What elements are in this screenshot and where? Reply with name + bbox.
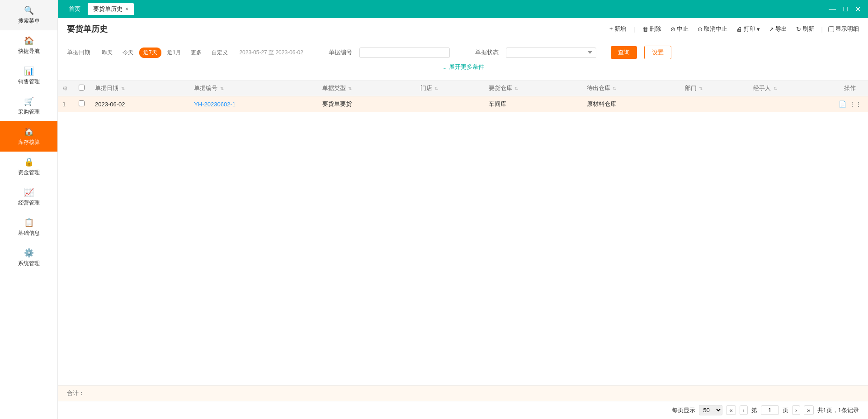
sidebar-item-purchase-mgmt[interactable]: 🛒 采购管理 — [0, 91, 57, 121]
sidebar-item-label: 系统管理 — [18, 260, 40, 267]
date-btn-custom[interactable]: 自定义 — [208, 48, 232, 58]
stop-icon: ⊘ — [670, 26, 675, 33]
doc-status-select[interactable] — [506, 48, 596, 58]
display-detail-btn[interactable]: 显示明细 — [828, 25, 859, 33]
total-label: 合计： — [67, 390, 85, 396]
row-checkbox[interactable] — [72, 96, 90, 112]
prev-page-btn[interactable]: ‹ — [740, 405, 748, 415]
col-handler: 经手人 ⇅ — [749, 81, 832, 96]
active-tab-label: 要货单历史 — [93, 5, 123, 13]
sidebar-item-quick-nav[interactable]: 🏠 快捷导航 — [0, 30, 57, 61]
divider-2: | — [821, 26, 823, 33]
row-ops: 📄 ⋮⋮ — [832, 96, 868, 112]
date-btn-more[interactable]: 更多 — [187, 48, 206, 58]
row-pending-warehouse: 原材料仓库 — [582, 96, 680, 112]
tab-close-icon[interactable]: × — [125, 6, 128, 12]
expand-more-label: 展开更多条件 — [449, 63, 484, 71]
sort-icon-pend-wh[interactable]: ⇅ — [613, 86, 616, 91]
date-btn-7days[interactable]: 近7天 — [139, 48, 161, 58]
date-btn-1month[interactable]: 近1月 — [163, 48, 185, 58]
first-page-btn[interactable]: « — [726, 405, 736, 415]
table-wrapper: ⚙ 单据日期 ⇅ 单据编号 ⇅ 单据类型 — [58, 81, 868, 385]
select-all-checkbox[interactable] — [79, 85, 85, 90]
sidebar-item-sales-mgmt[interactable]: 📊 销售管理 — [0, 61, 57, 91]
sidebar-item-basic-info[interactable]: 📋 基础信息 — [0, 212, 57, 243]
cancel-stop-btn[interactable]: ⊙ 取消中止 — [696, 24, 729, 34]
sort-icon-store[interactable]: ⇅ — [434, 86, 438, 91]
date-btn-yesterday[interactable]: 昨天 — [98, 48, 117, 58]
main-area: 首页 要货单历史 × — □ ✕ 要货单历史 + 新增 | 🗑 删除 ⊘ — [58, 0, 868, 419]
doc-no-link[interactable]: YH-20230602-1 — [194, 101, 236, 108]
doc-no-input[interactable] — [359, 48, 450, 58]
cancel-stop-icon: ⊙ — [698, 26, 703, 33]
row-department — [680, 96, 749, 112]
stop-btn[interactable]: ⊘ 中止 — [669, 24, 690, 34]
sidebar-item-inventory-calc[interactable]: 🏠 库存核算 — [0, 121, 57, 152]
sort-icon-docno[interactable]: ⇅ — [220, 86, 224, 91]
page-input[interactable] — [761, 405, 779, 415]
delete-btn[interactable]: 🗑 删除 — [641, 24, 663, 34]
table-footer: 合计： — [58, 385, 868, 401]
export-btn[interactable]: ↗ 导出 — [767, 24, 789, 34]
export-icon: ↗ — [769, 26, 774, 33]
doc-status-label: 单据状态 — [475, 48, 499, 57]
sort-icon-handler[interactable]: ⇅ — [774, 86, 777, 91]
row-doc-no[interactable]: YH-20230602-1 — [189, 96, 317, 112]
query-btn[interactable]: 查询 — [611, 46, 637, 59]
refresh-icon: ↻ — [796, 26, 801, 33]
sidebar-item-search-menu[interactable]: 🔍 搜索菜单 — [0, 0, 57, 30]
op-edit-icon[interactable]: ⋮⋮ — [849, 100, 862, 108]
maximize-btn[interactable]: □ — [841, 4, 849, 14]
settings-btn[interactable]: 设置 — [644, 46, 671, 59]
row-index: 1 — [58, 96, 72, 112]
minimize-btn[interactable]: — — [827, 4, 838, 14]
last-page-btn[interactable]: » — [804, 405, 813, 415]
col-req-warehouse: 要货仓库 ⇅ — [484, 81, 582, 96]
col-settings[interactable]: ⚙ — [58, 81, 72, 96]
expand-more-icon: ⌄ — [442, 64, 447, 71]
refresh-btn[interactable]: ↻ 刷新 — [794, 24, 816, 34]
page-size-select[interactable]: 50 100 200 — [699, 405, 722, 415]
sidebar-item-label: 经营管理 — [18, 199, 40, 207]
system-icon: ⚙️ — [24, 248, 34, 258]
sidebar-item-label: 搜索菜单 — [18, 17, 40, 25]
sidebar-item-finance-mgmt[interactable]: 🔒 资金管理 — [0, 152, 57, 182]
print-label: 打印 — [744, 25, 755, 33]
tab-active[interactable]: 要货单历史 × — [88, 3, 134, 15]
sort-icon-req-wh[interactable]: ⇅ — [514, 86, 518, 91]
sort-icon-dept[interactable]: ⇅ — [699, 86, 703, 91]
pagination: 每页显示 50 100 200 « ‹ 第 页 › » 共1页，1条记录 — [58, 401, 868, 419]
next-page-btn[interactable]: › — [792, 405, 800, 415]
row-doc-type: 要货单要货 — [318, 96, 416, 112]
row-select-checkbox[interactable] — [79, 100, 85, 106]
row-store — [416, 96, 484, 112]
close-btn[interactable]: ✕ — [853, 4, 863, 14]
filter-area: 单据日期 昨天 今天 近7天 近1月 更多 自定义 2023-05-27 至 2… — [58, 40, 868, 81]
purchase-icon: 🛒 — [24, 96, 34, 106]
total-info: 共1页，1条记录 — [817, 406, 859, 414]
sidebar-item-operation-mgmt[interactable]: 📈 经营管理 — [0, 182, 57, 212]
row-handler — [749, 96, 832, 112]
operation-icon: 📈 — [24, 187, 34, 197]
page-header: 要货单历史 + 新增 | 🗑 删除 ⊘ 中止 ⊙ 取消中止 🖨 — [58, 18, 868, 40]
col-checkbox[interactable] — [72, 81, 90, 96]
sidebar-item-system-mgmt[interactable]: ⚙️ 系统管理 — [0, 243, 57, 273]
date-filter-btns: 昨天 今天 近7天 近1月 更多 自定义 — [98, 48, 232, 58]
quick-nav-icon: 🏠 — [24, 36, 34, 46]
sort-icon-date[interactable]: ⇅ — [121, 86, 125, 91]
page-suffix: 页 — [783, 406, 788, 414]
sort-icon-doctype[interactable]: ⇅ — [348, 86, 352, 91]
expand-more-btn[interactable]: ⌄ 展开更多条件 — [442, 63, 484, 71]
row-req-warehouse: 车间库 — [484, 96, 582, 112]
date-btn-today[interactable]: 今天 — [118, 48, 137, 58]
topbar-right: — □ ✕ — [827, 4, 863, 14]
print-btn[interactable]: 🖨 打印 ▾ — [735, 24, 762, 34]
tab-home[interactable]: 首页 — [63, 3, 86, 15]
sidebar-item-label: 采购管理 — [18, 108, 40, 116]
new-btn[interactable]: + 新增 — [608, 24, 628, 34]
table-row: 1 2023-06-02 YH-20230602-1 要货单要货 车间库 原材料… — [58, 96, 868, 112]
filter-row-1: 单据日期 昨天 今天 近7天 近1月 更多 自定义 2023-05-27 至 2… — [67, 46, 859, 59]
op-view-icon[interactable]: 📄 — [839, 100, 846, 108]
display-detail-checkbox[interactable] — [828, 26, 834, 32]
stop-label: 中止 — [677, 25, 689, 33]
